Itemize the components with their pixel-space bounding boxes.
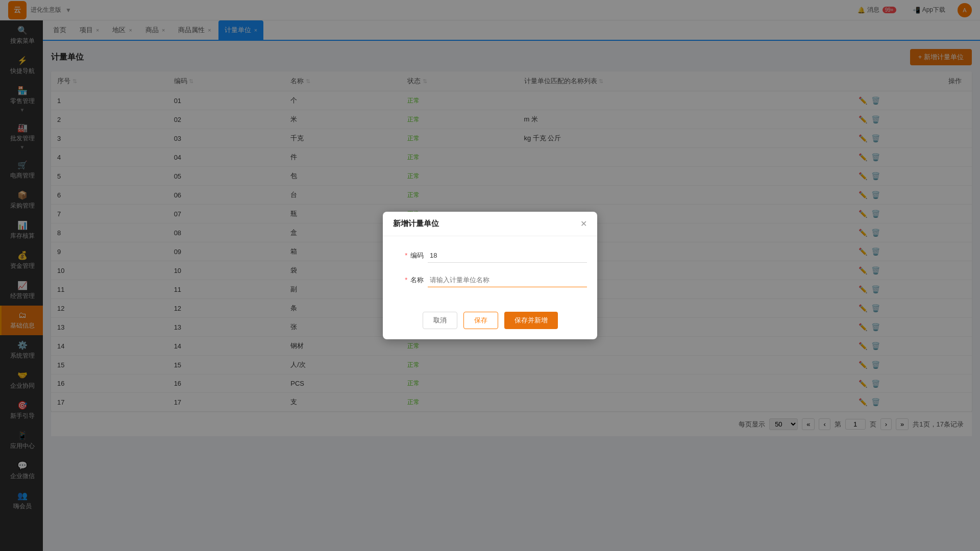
modal-body: * 编码 * 名称 — [383, 236, 597, 306]
save-button[interactable]: 保存 — [463, 312, 498, 329]
save-and-new-button[interactable]: 保存并新增 — [504, 312, 558, 329]
modal-footer: 取消 保存 保存并新增 — [383, 306, 597, 339]
code-required-mark: * — [405, 252, 407, 259]
modal-close-button[interactable]: ✕ — [580, 219, 587, 229]
name-required-mark: * — [405, 276, 407, 284]
unit-name-input[interactable] — [428, 273, 587, 287]
form-row-code: * 编码 — [393, 248, 587, 263]
modal-overlay[interactable]: 新增计量单位 ✕ * 编码 * 名称 取消 保存 保存并新增 — [0, 0, 980, 551]
cancel-button[interactable]: 取消 — [423, 312, 457, 329]
code-label: * 编码 — [393, 251, 424, 260]
modal-box: 新增计量单位 ✕ * 编码 * 名称 取消 保存 保存并新增 — [383, 212, 597, 339]
form-row-name: * 名称 — [393, 273, 587, 287]
code-input[interactable] — [428, 248, 587, 263]
modal-header: 新增计量单位 ✕ — [383, 212, 597, 236]
name-label: * 名称 — [393, 276, 424, 285]
modal-title: 新增计量单位 — [393, 219, 439, 229]
